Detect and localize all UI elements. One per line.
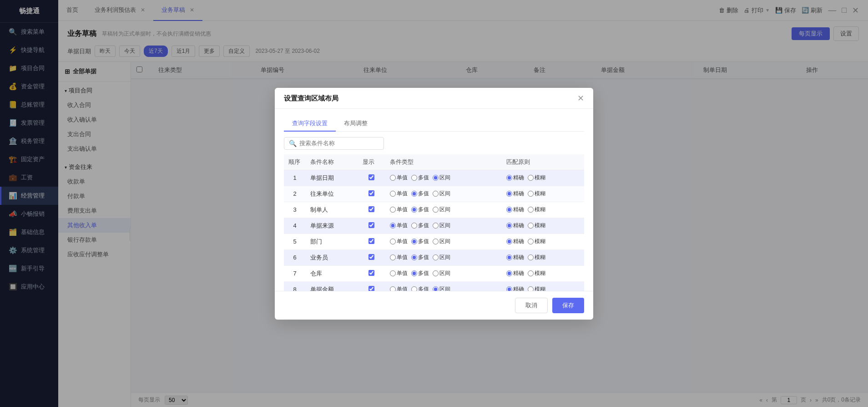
modal-table: 顺序 条件名称 显示 条件类型 匹配原则 1单据日期单值多值区间精确模糊2往来单… bbox=[284, 154, 584, 291]
type-radio-区间[interactable]: 区间 bbox=[433, 270, 450, 277]
save-button[interactable]: 保存 bbox=[552, 298, 584, 313]
type-radio-多值[interactable]: 多值 bbox=[411, 238, 429, 245]
modal-overlay[interactable]: 设置查询区域布局 ✕ 查询字段设置 布局调整 🔍 顺序 bbox=[0, 0, 868, 407]
modal-row-type: 单值多值区间 bbox=[385, 265, 502, 281]
modal-row-name: 仓库 bbox=[306, 265, 358, 281]
modal-row-display-checkbox[interactable] bbox=[368, 222, 374, 228]
modal-close-button[interactable]: ✕ bbox=[577, 94, 584, 102]
type-radio-单值[interactable]: 单值 bbox=[390, 206, 408, 214]
type-radio-单值[interactable]: 单值 bbox=[390, 270, 408, 277]
match-radio-精确[interactable]: 精确 bbox=[506, 238, 524, 245]
match-radio-精确[interactable]: 精确 bbox=[506, 270, 524, 277]
modal-row-name: 部门 bbox=[306, 234, 358, 249]
match-radio-精确[interactable]: 精确 bbox=[506, 222, 524, 229]
th-modal-order: 顺序 bbox=[284, 154, 306, 170]
type-radio-区间[interactable]: 区间 bbox=[433, 254, 450, 261]
type-radio-单值[interactable]: 单值 bbox=[390, 222, 408, 229]
modal-row-display-checkbox[interactable] bbox=[368, 238, 374, 244]
modal-footer: 取消 保存 bbox=[275, 291, 593, 320]
modal-search-icon: 🔍 bbox=[289, 140, 297, 147]
match-radio-模糊[interactable]: 模糊 bbox=[528, 285, 545, 291]
modal-row-type: 单值多值区间 bbox=[385, 186, 502, 202]
modal-row-order: 7 bbox=[284, 265, 306, 281]
cancel-button[interactable]: 取消 bbox=[515, 298, 548, 313]
type-radio-区间[interactable]: 区间 bbox=[433, 174, 450, 182]
modal-row-display-checkbox[interactable] bbox=[368, 286, 374, 291]
tab-fields[interactable]: 查询字段设置 bbox=[284, 116, 336, 132]
modal-row-display-checkbox[interactable] bbox=[368, 206, 374, 212]
type-radio-多值[interactable]: 多值 bbox=[411, 254, 429, 261]
th-modal-display: 显示 bbox=[358, 154, 385, 170]
match-radio-模糊[interactable]: 模糊 bbox=[528, 222, 545, 229]
modal-row-name: 业务员 bbox=[306, 249, 358, 265]
type-radio-多值[interactable]: 多值 bbox=[411, 190, 429, 198]
modal-row-type: 单值多值区间 bbox=[385, 170, 502, 186]
modal-row-match: 精确模糊 bbox=[502, 202, 584, 218]
type-radio-多值[interactable]: 多值 bbox=[411, 270, 429, 277]
type-radio-单值[interactable]: 单值 bbox=[390, 174, 408, 182]
modal-row-order: 2 bbox=[284, 186, 306, 202]
type-radio-多值[interactable]: 多值 bbox=[411, 174, 429, 182]
type-radio-区间[interactable]: 区间 bbox=[433, 222, 450, 229]
modal-title: 设置查询区域布局 bbox=[284, 94, 338, 103]
type-radio-单值[interactable]: 单值 bbox=[390, 285, 408, 291]
th-modal-match: 匹配原则 bbox=[502, 154, 584, 170]
modal-tabs: 查询字段设置 布局调整 bbox=[284, 116, 584, 132]
modal-row-type: 单值多值区间 bbox=[385, 249, 502, 265]
th-modal-type: 条件类型 bbox=[385, 154, 502, 170]
modal-row-name: 单据来源 bbox=[306, 218, 358, 234]
modal-row-type: 单值多值区间 bbox=[385, 234, 502, 249]
modal-row-type: 单值多值区间 bbox=[385, 202, 502, 218]
type-radio-单值[interactable]: 单值 bbox=[390, 190, 408, 198]
type-radio-区间[interactable]: 区间 bbox=[433, 285, 450, 291]
modal-body: 查询字段设置 布局调整 🔍 顺序 条件名称 显示 条件类 bbox=[275, 109, 593, 291]
match-radio-模糊[interactable]: 模糊 bbox=[528, 238, 545, 245]
type-radio-多值[interactable]: 多值 bbox=[411, 285, 429, 291]
modal-row-order: 3 bbox=[284, 202, 306, 218]
modal-row-order: 4 bbox=[284, 218, 306, 234]
match-radio-模糊[interactable]: 模糊 bbox=[528, 190, 545, 198]
modal-row-name: 单据日期 bbox=[306, 170, 358, 186]
type-radio-单值[interactable]: 单值 bbox=[390, 254, 408, 261]
match-radio-模糊[interactable]: 模糊 bbox=[528, 206, 545, 214]
type-radio-单值[interactable]: 单值 bbox=[390, 238, 408, 245]
modal-row-match: 精确模糊 bbox=[502, 218, 584, 234]
match-radio-模糊[interactable]: 模糊 bbox=[528, 270, 545, 277]
modal-row-order: 5 bbox=[284, 234, 306, 249]
modal-table-wrap: 顺序 条件名称 显示 条件类型 匹配原则 1单据日期单值多值区间精确模糊2往来单… bbox=[284, 154, 584, 291]
modal-row-order: 8 bbox=[284, 281, 306, 291]
modal-header: 设置查询区域布局 ✕ bbox=[275, 88, 593, 109]
modal-dialog: 设置查询区域布局 ✕ 查询字段设置 布局调整 🔍 顺序 bbox=[275, 88, 593, 320]
type-radio-多值[interactable]: 多值 bbox=[411, 206, 429, 214]
match-radio-精确[interactable]: 精确 bbox=[506, 190, 524, 198]
modal-search-box[interactable]: 🔍 bbox=[284, 137, 384, 150]
modal-row-display-checkbox[interactable] bbox=[368, 254, 374, 260]
modal-row-match: 精确模糊 bbox=[502, 265, 584, 281]
match-radio-模糊[interactable]: 模糊 bbox=[528, 174, 545, 182]
modal-row-match: 精确模糊 bbox=[502, 170, 584, 186]
modal-search-input[interactable] bbox=[299, 140, 379, 147]
modal-row-name: 制单人 bbox=[306, 202, 358, 218]
match-radio-精确[interactable]: 精确 bbox=[506, 174, 524, 182]
modal-row-display-checkbox[interactable] bbox=[368, 190, 374, 196]
modal-row-match: 精确模糊 bbox=[502, 186, 584, 202]
match-radio-精确[interactable]: 精确 bbox=[506, 285, 524, 291]
tab-layout[interactable]: 布局调整 bbox=[336, 116, 376, 132]
match-radio-精确[interactable]: 精确 bbox=[506, 206, 524, 214]
modal-row-type: 单值多值区间 bbox=[385, 218, 502, 234]
type-radio-区间[interactable]: 区间 bbox=[433, 206, 450, 214]
modal-row-name: 单据金额 bbox=[306, 281, 358, 291]
modal-row-type: 单值多值区间 bbox=[385, 281, 502, 291]
modal-row-name: 往来单位 bbox=[306, 186, 358, 202]
modal-row-match: 精确模糊 bbox=[502, 234, 584, 249]
modal-row-match: 精确模糊 bbox=[502, 281, 584, 291]
type-radio-多值[interactable]: 多值 bbox=[411, 222, 429, 229]
match-radio-精确[interactable]: 精确 bbox=[506, 254, 524, 261]
modal-row-display-checkbox[interactable] bbox=[368, 174, 374, 180]
type-radio-区间[interactable]: 区间 bbox=[433, 238, 450, 245]
th-modal-name: 条件名称 bbox=[306, 154, 358, 170]
modal-row-display-checkbox[interactable] bbox=[368, 270, 374, 276]
type-radio-区间[interactable]: 区间 bbox=[433, 190, 450, 198]
modal-row-order: 6 bbox=[284, 249, 306, 265]
match-radio-模糊[interactable]: 模糊 bbox=[528, 254, 545, 261]
